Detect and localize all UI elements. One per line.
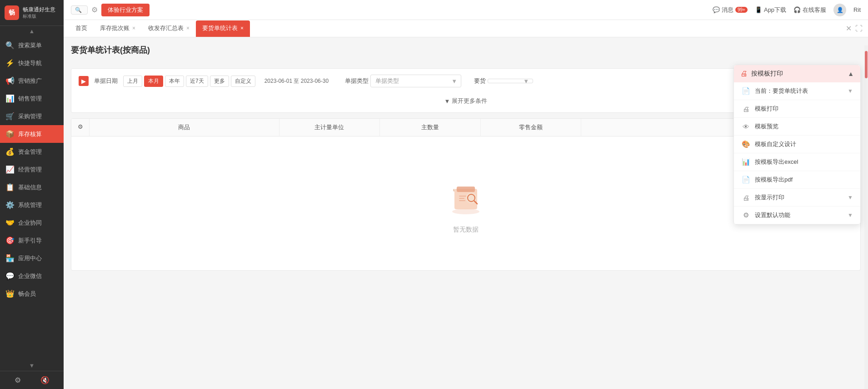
sidebar-item-system[interactable]: ⚙️ 系统管理 — [0, 196, 64, 214]
table-th-quantity: 主数量 — [380, 119, 480, 136]
topbar-search-icon: 🔍 — [75, 7, 82, 13]
sidebar-item-operation[interactable]: 📈 经营管理 — [0, 161, 64, 178]
dropdown-printer-icon: 🖨 — [740, 70, 748, 78]
table-settings-icon[interactable]: ⚙ — [78, 123, 83, 130]
date-btn-last-month[interactable]: 上月 — [123, 76, 142, 87]
dropdown-item-template-preview[interactable]: 👁 模板预览 — [734, 118, 860, 136]
dropdown-excel-icon: 📊 — [741, 158, 750, 166]
scrollbar-thumb[interactable] — [865, 51, 868, 78]
notifications-item[interactable]: 💬 消息 99+ — [713, 6, 748, 14]
dropdown-item-template-print[interactable]: 🖨 模板打印 — [734, 100, 860, 118]
settings-bottom-icon[interactable]: ⚙ — [15, 376, 21, 384]
tab-collect-summary[interactable]: 收发存汇总表 × — [142, 20, 196, 37]
dropdown-item-export-excel[interactable]: 📊 按模板导出excel — [734, 153, 860, 171]
table-th-unit: 主计量单位 — [279, 119, 380, 136]
sidebar-item-wechat[interactable]: 💬 企业微信 — [0, 267, 64, 285]
right-scrollbar[interactable] — [864, 45, 868, 389]
dropdown-item-export-pdf[interactable]: 📄 按模板导出pdf — [734, 171, 860, 189]
date-btn-this-year[interactable]: 本年 — [165, 76, 184, 87]
dropdown-current-arrow: ▼ — [848, 88, 853, 94]
topbar-right: 💬 消息 99+ 📱 App下载 🎧 在线客服 👤 Rit — [713, 4, 861, 16]
sidebar-item-search[interactable]: 🔍 搜索菜单 — [0, 36, 64, 54]
expand-chevron-icon: ▼ — [444, 98, 450, 105]
svg-rect-7 — [459, 198, 464, 199]
page-content: 要货单统计表(按商品) 🖨 按模板打印 ▲ ↑ 导出 ↻ 刷新 — [64, 37, 868, 389]
purchase-icon: 🛒 — [5, 112, 15, 121]
sidebar-item-finance[interactable]: 💰 资金管理 — [0, 143, 64, 161]
mute-icon[interactable]: 🔇 — [40, 376, 50, 384]
yh-type-select[interactable]: ▼ — [488, 79, 533, 83]
tab-close-order-stats[interactable]: × — [240, 25, 244, 31]
dropdown-display-print-icon: 🖨 — [741, 194, 750, 202]
dropdown-item-template-design[interactable]: 🎨 模板自定义设计 — [734, 136, 860, 153]
date-btn-this-month[interactable]: 本月 — [144, 76, 163, 87]
tab-close-batch-account[interactable]: × — [132, 25, 135, 31]
sidebar-item-sales[interactable]: 📊 销售管理 — [0, 90, 64, 107]
content-header: 要货单统计表(按商品) — [71, 45, 861, 63]
date-btn-7days[interactable]: 近7天 — [186, 76, 208, 87]
filter-toggle-icon[interactable]: ▶ — [79, 76, 89, 86]
expand-tabs-icon[interactable]: ⛶ — [855, 25, 863, 33]
dropdown-group-set-default[interactable]: ⚙ 设置默认功能 ▼ — [734, 207, 860, 224]
order-type-chevron: ▼ — [451, 78, 457, 85]
tabs-bar: 首页 库存批次账 × 收发存汇总表 × 要货单统计表 × ✕ ⛶ — [64, 20, 868, 37]
online-service-item[interactable]: 🎧 在线客服 — [793, 6, 826, 14]
yh-type-filter: 要货 ▼ — [474, 77, 533, 85]
dropdown-display-arrow: ▼ — [848, 194, 853, 201]
dropdown-group-display-print[interactable]: 🖨 按显示打印 ▼ — [734, 189, 860, 207]
table-th-settings[interactable]: ⚙ — [71, 119, 90, 136]
expand-more-conditions-button[interactable]: ▼ 展开更多条件 — [437, 95, 495, 107]
user-avatar[interactable]: 👤 — [833, 4, 846, 16]
sidebar-bottom: ⚙ 🔇 — [0, 371, 64, 389]
sidebar-scroll-down[interactable]: ▼ — [0, 360, 64, 371]
tab-order-stats[interactable]: 要货单统计表 × — [196, 20, 250, 37]
print-dropdown-popup: 🖨 按模板打印 ▲ 📄 当前：要货单统计表 ▼ 🖨 模板打印 👁 模板预览 — [733, 65, 861, 225]
close-all-tabs-icon[interactable]: ✕ — [846, 24, 852, 33]
app-download-item[interactable]: 📱 App下载 — [755, 6, 786, 14]
table-th-amount: 零售金额 — [481, 119, 581, 136]
sidebar-item-purchase[interactable]: 🛒 采购管理 — [0, 107, 64, 125]
member-icon: 👑 — [5, 289, 15, 298]
tab-close-collect-summary[interactable]: × — [186, 25, 190, 31]
sidebar-item-basic[interactable]: 📋 基础信息 — [0, 178, 64, 196]
order-type-label: 单据类型 — [345, 77, 369, 85]
topbar-search-wrap[interactable]: 🔍 — [71, 5, 88, 15]
dropdown-default-arrow: ▼ — [848, 212, 853, 218]
order-type-filter: 单据类型 单据类型 ▼ — [345, 75, 461, 87]
trial-button[interactable]: 体验行业方案 — [101, 4, 150, 16]
sidebar-item-guide[interactable]: 🎯 新手引导 — [0, 232, 64, 249]
guide-icon: 🎯 — [5, 236, 15, 245]
sidebar-scroll-up[interactable]: ▲ — [0, 26, 64, 36]
sidebar-item-enterprise[interactable]: 🤝 企业协同 — [0, 214, 64, 232]
system-icon: ⚙️ — [5, 201, 15, 209]
user-name: Rit — [853, 6, 861, 13]
dropdown-pdf-icon: 📄 — [741, 176, 750, 184]
tab-batch-account[interactable]: 库存批次账 × — [94, 20, 142, 37]
tab-home[interactable]: 首页 — [69, 20, 94, 37]
svg-rect-2 — [457, 187, 475, 192]
sidebar-item-inventory[interactable]: 📦 库存核算 — [0, 125, 64, 143]
dropdown-current-template[interactable]: 📄 当前：要货单统计表 ▼ — [734, 82, 860, 100]
yh-type-chevron: ▼ — [523, 78, 529, 85]
sidebar-item-member[interactable]: 👑 畅会员 — [0, 285, 64, 303]
dropdown-collapse-icon[interactable]: ▲ — [848, 70, 854, 77]
dropdown-header: 🖨 按模板打印 ▲ — [734, 65, 860, 82]
sidebar-item-quick-nav[interactable]: ⚡ 快捷导航 — [0, 54, 64, 72]
date-filter-buttons: 上月 本月 本年 近7天 更多 自定义 — [123, 76, 255, 87]
marketing-icon: 📢 — [5, 76, 15, 85]
inventory-icon: 📦 — [5, 130, 15, 138]
tabs-right-actions: ✕ ⛶ — [846, 24, 863, 33]
topbar-nav: 🔍 ⚙ 体验行业方案 — [71, 4, 709, 16]
sidebar-item-marketing[interactable]: 📢 营销推广 — [0, 72, 64, 90]
date-btn-more[interactable]: 更多 — [210, 76, 229, 87]
sales-icon: 📊 — [5, 94, 15, 103]
yh-type-label: 要货 — [474, 77, 486, 85]
app-logo-text: 畅康通好生意 标准版 — [23, 6, 55, 20]
app-logo-icon: 畅 — [5, 5, 19, 20]
order-type-select[interactable]: 单据类型 ▼ — [370, 75, 461, 87]
enterprise-icon: 🤝 — [5, 218, 15, 227]
topbar-gear-icon[interactable]: ⚙ — [91, 5, 98, 14]
date-btn-custom[interactable]: 自定义 — [231, 76, 255, 87]
sidebar-item-appstore[interactable]: 🏪 应用中心 — [0, 249, 64, 267]
search-icon: 🔍 — [5, 41, 15, 50]
